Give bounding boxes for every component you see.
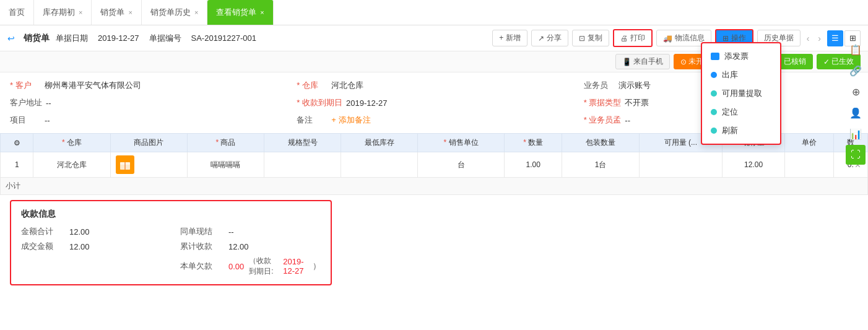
row-current: 12.00	[723, 152, 785, 178]
add-note-button[interactable]: + 添加备注	[331, 115, 370, 126]
row-warehouse: 河北仓库	[33, 152, 110, 178]
grid-icon: ⊞	[723, 34, 729, 43]
amount-total-label: 金额合计	[21, 226, 64, 237]
tab-sales-close[interactable]: ×	[128, 9, 132, 16]
staff2-value: --	[625, 116, 630, 125]
tab-history-label: 销货单历史	[150, 7, 191, 18]
same-order-value: --	[228, 227, 234, 237]
address-row: 客户地址 --	[10, 97, 284, 108]
due-label: 本单欠款	[180, 261, 224, 272]
due-close: ）	[313, 261, 321, 272]
nav-next-arrow[interactable]: ›	[815, 33, 823, 43]
doc-icon: ↩	[7, 33, 15, 43]
col-quantity: * 数量	[504, 134, 562, 152]
outbound-label: 出库	[722, 69, 738, 80]
payment-title: 收款信息	[21, 209, 321, 220]
due-date-row: 收款到期日 2019-12-27	[297, 97, 571, 108]
staff2-label: 业务员孟	[584, 115, 622, 126]
amount-total-row: 金额合计 12.00	[21, 226, 162, 237]
tab-inventory-label: 库存期初	[43, 7, 75, 18]
ticket-type-value: 不开票	[625, 97, 649, 108]
dropdown-outbound[interactable]: 出库	[702, 66, 780, 84]
right-icon-clipboard[interactable]: 📋	[846, 40, 866, 59]
right-icon-chart[interactable]: 📊	[846, 124, 866, 144]
share-button[interactable]: ↗ 分享	[531, 30, 568, 46]
due-date-value: 2019-12-27	[346, 98, 388, 108]
row-price	[785, 152, 833, 178]
add-ticket-label: 添发票	[724, 51, 749, 62]
new-button[interactable]: + 新增	[492, 30, 527, 46]
customer-row: 客户 柳州粤港平安气体有限公司	[10, 80, 284, 91]
tab-sales-label: 销货单	[100, 7, 124, 18]
doc-title-area: ↩ 销货单 单据日期 2019-12-27 单据编号 SA-20191227-0…	[7, 33, 487, 44]
dropdown-available[interactable]: 可用量提取	[702, 84, 780, 103]
customer-value: 柳州粤港平安气体有限公司	[45, 80, 141, 91]
ticket-icon: ⊙	[680, 58, 687, 66]
staff-label: 业务员	[584, 80, 615, 91]
available-icon	[711, 90, 717, 97]
dropdown-locate[interactable]: 定位	[702, 103, 780, 121]
address-value: --	[46, 98, 51, 108]
add-ticket-icon	[711, 53, 719, 60]
deal-amount-row: 成交金额 12.00	[21, 241, 162, 252]
dropdown-add-ticket[interactable]: 添发票	[702, 47, 780, 66]
tab-sales-history[interactable]: 销货单历史 ×	[142, 0, 207, 25]
tab-history-close[interactable]: ×	[194, 9, 198, 16]
tab-inventory-close[interactable]: ×	[79, 9, 82, 16]
truck-icon: 🚚	[663, 34, 672, 43]
right-icon-plus[interactable]: ⊕	[846, 82, 866, 102]
operations-dropdown: 添发票 出库 可用量提取 定位 刷新	[701, 42, 781, 145]
available-label: 可用量提取	[722, 88, 762, 99]
doc-meta: 单据日期 2019-12-27 单据编号 SA-20191227-001	[56, 33, 256, 44]
col-pkg-qty: 包装数量	[562, 134, 639, 152]
right-panel: 📋 🔗 ⊕ 👤 📊 ⛶	[843, 37, 868, 167]
from-phone-button[interactable]: 📱 来自手机	[615, 54, 670, 69]
copy-button[interactable]: ⊡ 复制	[572, 30, 609, 46]
copy-icon: ⊡	[579, 34, 585, 43]
outbound-icon	[711, 72, 717, 78]
tab-view-sales[interactable]: 查看销货单 ×	[207, 0, 273, 25]
subtotal-label: 小计	[1, 178, 868, 195]
row-unit: 台	[418, 152, 504, 178]
due-row: 本单欠款 0.00 （收款到期日: 2019-12-27 ）	[180, 256, 321, 277]
right-icon-expand[interactable]: ⛶	[846, 145, 866, 165]
payment-box: 收款信息 金额合计 12.00 同单现结 -- 成交金额 12.00 累计收款 …	[10, 200, 332, 285]
right-icon-link[interactable]: 🔗	[846, 61, 866, 80]
due-date-label: 收款到期日	[297, 97, 342, 108]
note-label: 备注	[297, 115, 328, 126]
list-view-btn[interactable]: ☰	[827, 30, 843, 46]
due-date: 2019-12-27	[283, 257, 308, 276]
tab-inventory-open[interactable]: 库存期初 ×	[34, 0, 92, 25]
col-warehouse: * 仓库	[33, 134, 110, 152]
refresh-label: 刷新	[722, 125, 738, 136]
row-pkg-qty: 1台	[562, 152, 639, 178]
locate-icon	[711, 109, 717, 115]
tab-bar: 首页 库存期初 × 销货单 × 销货单历史 × 查看销货单 × ×	[0, 0, 868, 25]
tab-sales-order[interactable]: 销货单 ×	[92, 0, 141, 25]
tab-home[interactable]: 首页	[0, 0, 34, 25]
project-value: --	[45, 116, 50, 125]
nav-prev-arrow[interactable]: ‹	[804, 33, 812, 43]
product-image	[116, 155, 134, 174]
row-min-stock	[341, 152, 418, 178]
subtotal-row: 小计	[1, 178, 868, 195]
amount-total-value: 12.00	[69, 227, 90, 237]
phone-icon: 📱	[622, 58, 631, 66]
row-spec	[264, 152, 341, 178]
warehouse-row: 仓库 河北仓库	[297, 80, 571, 91]
print-button[interactable]: 🖨 打印	[613, 29, 653, 47]
project-label: 项目	[10, 115, 41, 126]
locate-label: 定位	[722, 106, 738, 118]
right-icon-user[interactable]: 👤	[846, 103, 866, 123]
row-seq: 1	[1, 152, 33, 178]
col-image: 商品图片	[110, 134, 187, 152]
doc-title: 销货单	[24, 33, 50, 44]
tab-view-close[interactable]: ×	[260, 9, 264, 16]
due-note: （收款到期日:	[249, 256, 277, 277]
col-spec: 规格型号	[264, 134, 341, 152]
print-icon: 🖨	[620, 34, 628, 43]
ticket-type-label: 票据类型	[584, 97, 622, 108]
main-container: 首页 库存期初 × 销货单 × 销货单历史 × 查看销货单 × × ↩ 销货单 …	[0, 0, 868, 330]
toolbar-actions: + 新增 ↗ 分享 ⊡ 复制 🖨 打印 🚚 物流信息 ⊞ 操作 历	[492, 29, 861, 47]
dropdown-refresh[interactable]: 刷新	[702, 121, 780, 140]
